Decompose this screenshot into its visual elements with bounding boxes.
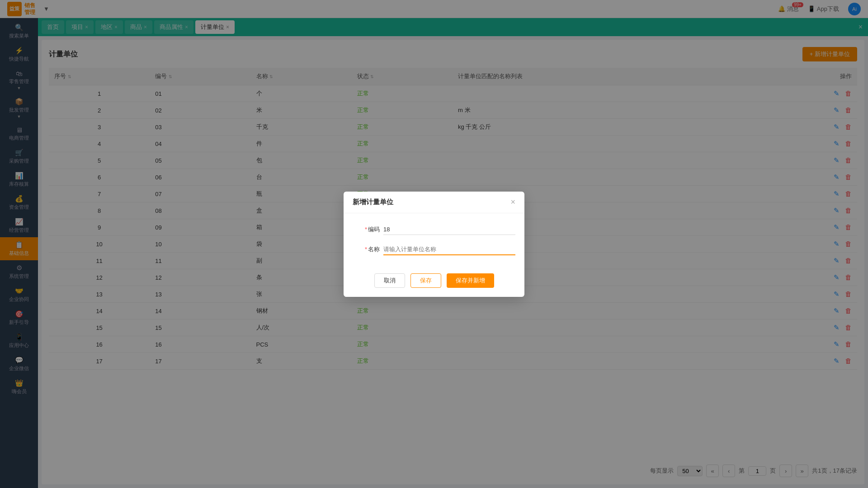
cancel-button[interactable]: 取消 bbox=[374, 273, 405, 288]
save-button[interactable]: 保存 bbox=[410, 273, 441, 288]
form-item-name: *名称 bbox=[353, 244, 515, 255]
name-label: *名称 bbox=[353, 245, 380, 253]
modal-footer: 取消 保存 保存并新增 bbox=[344, 270, 524, 297]
modal: 新增计量单位 × *编码 *名称 取消 保存 保存并新增 bbox=[344, 192, 524, 297]
modal-overlay: 新增计量单位 × *编码 *名称 取消 保存 保存并新增 bbox=[0, 0, 868, 488]
form-item-code: *编码 bbox=[353, 224, 515, 235]
modal-title: 新增计量单位 bbox=[353, 198, 393, 206]
modal-close-btn[interactable]: × bbox=[510, 198, 515, 206]
name-input[interactable] bbox=[383, 244, 515, 255]
save-and-new-button[interactable]: 保存并新增 bbox=[447, 273, 494, 288]
modal-header: 新增计量单位 × bbox=[344, 192, 524, 213]
modal-body: *编码 *名称 bbox=[344, 213, 524, 270]
code-input[interactable] bbox=[383, 224, 515, 235]
code-label: *编码 bbox=[353, 225, 380, 234]
